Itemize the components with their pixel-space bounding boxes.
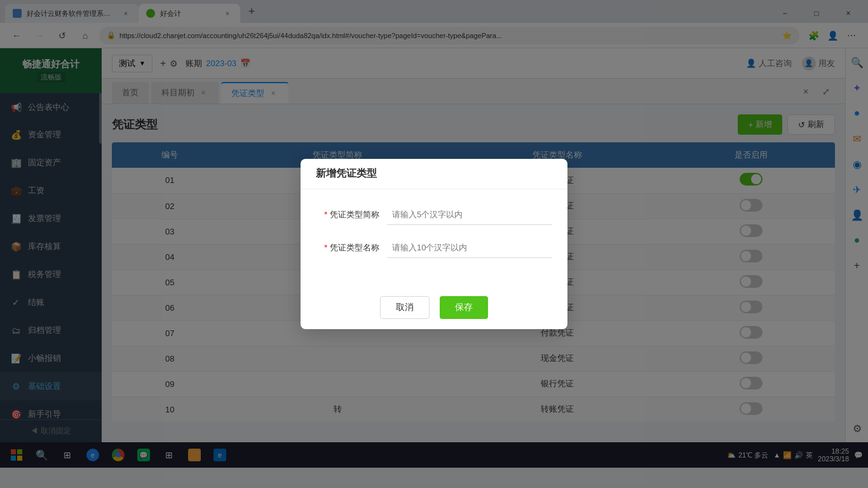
short-name-label: 凭证类型简称 [316, 209, 379, 220]
modal-title: 新增凭证类型 [316, 167, 377, 180]
modal-header: 新增凭证类型 [301, 159, 567, 189]
full-name-label: 凭证类型名称 [316, 242, 379, 254]
full-name-input[interactable] [387, 238, 552, 258]
modal-body: 凭证类型简称 凭证类型名称 [301, 189, 567, 286]
form-row-full-name: 凭证类型名称 [316, 238, 552, 258]
add-voucher-type-modal: 新增凭证类型 凭证类型简称 凭证类型名称 取消 保存 [301, 159, 567, 329]
short-name-input[interactable] [387, 205, 552, 225]
form-row-short-name: 凭证类型简称 [316, 205, 552, 225]
modal-footer: 取消 保存 [301, 286, 567, 329]
save-button[interactable]: 保存 [440, 296, 488, 319]
cancel-button[interactable]: 取消 [380, 296, 430, 319]
modal-overlay: 新增凭证类型 凭证类型简称 凭证类型名称 取消 保存 [0, 0, 868, 488]
